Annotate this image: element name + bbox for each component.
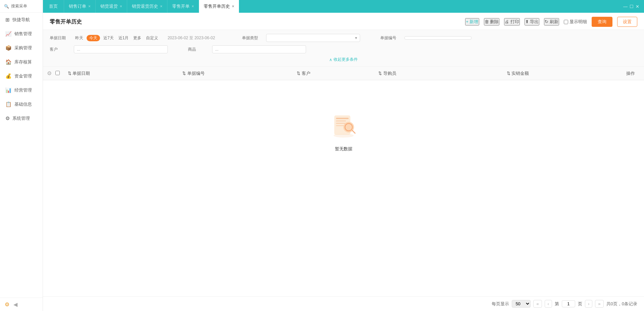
sidebar-label-basic-info: 基础信息 [14, 101, 32, 107]
date-range-display: 2023-06-02 至 2023-06-02 [167, 35, 215, 41]
settings-gear-icon[interactable]: ⚙ [5, 301, 9, 308]
refresh-button[interactable]: ↻ 刷新 [544, 18, 559, 25]
display-detail-toggle[interactable]: 显示明细 [564, 19, 587, 25]
sidebar: 🔍 搜索采单 ⊞快捷导航📈销售管理📦采购管理🏠库存核算💰资金管理📊经营管理📋基础… [0, 0, 43, 311]
sidebar-item-sales-mgmt[interactable]: 📈销售管理 [0, 27, 43, 41]
page-size-select[interactable]: 50 100 200 [512, 300, 531, 308]
customer-label: 客户 [50, 47, 67, 52]
tab-label-retail-open: 零售开单 [172, 3, 190, 9]
date-shortcut-last1m[interactable]: 近1月 [117, 35, 130, 41]
date-shortcut-today[interactable]: 今天 [87, 35, 100, 41]
page-next-btn[interactable]: › [585, 300, 592, 308]
print-button[interactable]: 🖨 打印 [504, 18, 520, 25]
tab-sales-return-history[interactable]: 销货退货历史× [127, 0, 167, 13]
customer-select[interactable]: ... [74, 45, 168, 53]
col-no: ⇅ 单据编号 [178, 67, 293, 80]
sidebar-item-quick-nav[interactable]: ⊞快捷导航 [0, 13, 43, 27]
sidebar-item-sys-mgmt[interactable]: ⚙系统管理 [0, 111, 43, 125]
tab-close-sales-order[interactable]: × [88, 4, 91, 9]
tab-close-retail-open-history[interactable]: × [232, 4, 234, 9]
sidebar-label-inventory: 库存核算 [14, 59, 32, 65]
page-input[interactable] [562, 300, 575, 307]
col-settings: ⚙ [43, 67, 64, 80]
data-table: ⚙ ⇅ 单据日期 ⇅ 单据编号 ⇅ 客户 [43, 67, 644, 80]
sidebar-label-purchase-mgmt: 采购管理 [14, 45, 32, 51]
top-nav: 首页销售订单×销货退货×销货退货历史×零售开单×零售开单历史× — ☐ ✕ [43, 0, 644, 13]
date-shortcut-more[interactable]: 更多 [132, 35, 143, 41]
sidebar-item-inventory[interactable]: 🏠库存核算 [0, 55, 43, 69]
display-detail-checkbox[interactable] [564, 20, 568, 24]
tab-close-sales-return-history[interactable]: × [160, 4, 162, 9]
query-button[interactable]: 查询 [592, 17, 612, 27]
sidebar-search[interactable]: 🔍 搜索采单 [0, 0, 43, 13]
sidebar-label-finance: 资金管理 [14, 73, 32, 79]
tab-home[interactable]: 首页 [43, 0, 64, 13]
sidebar-icon-sys-mgmt: ⚙ [5, 115, 10, 121]
tab-label-sales-order: 销售订单 [69, 3, 86, 9]
col-ops: 操作 [617, 67, 644, 80]
date-shortcut-yesterday[interactable]: 昨天 [74, 35, 85, 41]
sidebar-item-purchase-mgmt[interactable]: 📦采购管理 [0, 41, 43, 55]
toolbar: + 新增 🗑 删除 🖨 打印 ⬆ 导出 ↻ 刷新 显示明细 查询 设置 [465, 17, 637, 27]
col-no-label: ⇅ 单据编号 [182, 71, 205, 76]
page-first-btn[interactable]: « [533, 300, 542, 308]
page-prev-btn[interactable]: ‹ [545, 300, 552, 308]
sidebar-item-operations[interactable]: 📊经营管理 [0, 83, 43, 97]
empty-illustration [327, 107, 360, 141]
minimize-icon[interactable]: — [623, 4, 628, 9]
col-guide: ⇅ 导购员 [374, 67, 472, 80]
page-total: 共0页，0条记录 [606, 301, 637, 307]
sidebar-label-quick-nav: 快捷导航 [12, 17, 30, 23]
sidebar-item-finance[interactable]: 💰资金管理 [0, 69, 43, 83]
close-icon[interactable]: ✕ [636, 4, 639, 9]
tab-sales-return[interactable]: 销货退货× [96, 0, 127, 13]
tab-label-sales-return-history: 销货退货历史 [132, 3, 158, 9]
chevron-up-icon: ∧ [329, 57, 332, 62]
export-button[interactable]: ⬆ 导出 [525, 18, 540, 25]
goods-select[interactable]: ... [212, 45, 306, 53]
table-setting-icon[interactable]: ⚙ [47, 70, 52, 76]
page-header: 零售开单历史 + 新增 🗑 删除 🖨 打印 ⬆ 导出 ↻ 刷新 显示明细 查询 … [43, 13, 644, 30]
window-actions: — ☐ ✕ [623, 4, 644, 9]
sidebar-icon-purchase-mgmt: 📦 [5, 45, 12, 51]
sidebar-nav: ⊞快捷导航📈销售管理📦采购管理🏠库存核算💰资金管理📊经营管理📋基础信息⚙系统管理 [0, 13, 43, 298]
select-all-checkbox[interactable] [55, 71, 60, 75]
restore-icon[interactable]: ☐ [630, 4, 634, 9]
sidebar-label-operations: 经营管理 [14, 87, 32, 93]
collapse-label: 收起更多条件 [334, 57, 358, 62]
doc-no-input[interactable] [404, 36, 472, 40]
doc-type-select[interactable]: ▾ [266, 34, 360, 42]
sidebar-icon-finance: 💰 [5, 73, 12, 79]
col-date: ⇅ 单据日期 [64, 67, 178, 80]
svg-line-8 [352, 131, 355, 133]
table-area: ⚙ ⇅ 单据日期 ⇅ 单据编号 ⇅ 客户 [43, 67, 644, 296]
sidebar-icon-sales-mgmt: 📈 [5, 31, 12, 37]
filter-row-2: 客户 ... 商品 ... [50, 45, 637, 53]
goods-value: ... [215, 47, 218, 52]
tab-label-sales-return: 销货退货 [100, 3, 118, 9]
search-icon: 🔍 [4, 4, 9, 9]
date-shortcut-last7[interactable]: 近7天 [102, 35, 115, 41]
col-amount-label: ⇅ 实销金额 [507, 71, 529, 76]
sidebar-icon-inventory: 🏠 [5, 59, 12, 65]
setting-button[interactable]: 设置 [617, 17, 637, 27]
empty-state: 暂无数据 [43, 80, 644, 179]
tab-sales-order[interactable]: 销售订单× [64, 0, 96, 13]
delete-button[interactable]: 🗑 删除 [484, 18, 500, 25]
page-label-pre: 第 [555, 301, 559, 307]
sidebar-collapse-icon[interactable]: ◀ [13, 301, 17, 308]
tab-close-retail-open[interactable]: × [192, 4, 194, 9]
col-ops-label: 操作 [626, 71, 635, 76]
add-button[interactable]: + 新增 [465, 18, 479, 25]
page-last-btn[interactable]: » [595, 300, 603, 308]
filter-row-1: 单据日期 昨天今天近7天近1月更多自定义 2023-06-02 至 2023-0… [50, 34, 637, 42]
tab-close-sales-return[interactable]: × [120, 4, 122, 9]
tab-retail-open[interactable]: 零售开单× [167, 0, 199, 13]
date-label: 单据日期 [50, 35, 67, 41]
filter-collapse-btn[interactable]: ∧ 收起更多条件 [50, 57, 637, 62]
tab-retail-open-history[interactable]: 零售开单历史× [199, 0, 239, 13]
col-date-label: ⇅ 单据日期 [68, 71, 90, 76]
sidebar-icon-quick-nav: ⊞ [5, 17, 10, 23]
sidebar-item-basic-info[interactable]: 📋基础信息 [0, 97, 43, 111]
date-shortcut-custom[interactable]: 自定义 [145, 35, 159, 41]
